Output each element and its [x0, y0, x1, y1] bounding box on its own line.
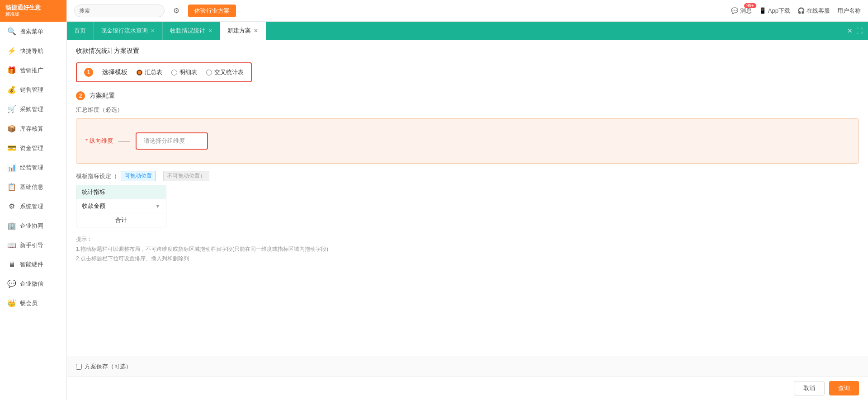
- sidebar-item-sales[interactable]: 💰销售管理: [0, 80, 66, 99]
- sidebar-item-smart-hw[interactable]: 🖥智能硬件: [0, 255, 66, 274]
- radio-detail-label: 明细表: [179, 68, 197, 76]
- dimension-selector[interactable]: 请选择分组维度: [136, 132, 208, 150]
- tip-intro: 提示：: [76, 235, 859, 245]
- service-item[interactable]: 🎧 在线客服: [797, 7, 830, 15]
- sidebar-item-basic-info[interactable]: 📋基础信息: [0, 177, 66, 197]
- sidebar-label-guide: 新手引导: [20, 241, 43, 249]
- dimension-arrow: ——: [118, 138, 130, 145]
- tab-new-plan[interactable]: 新建方案 ✕: [220, 22, 266, 40]
- sidebar-item-inventory[interactable]: 📦库存核算: [0, 119, 66, 138]
- header-right: 💬 消息 99+ 📱 App下载 🎧 在线客服 用户名称: [731, 7, 861, 15]
- radio-summary[interactable]: 汇总表: [137, 68, 162, 76]
- cancel-button[interactable]: 取消: [794, 381, 825, 395]
- sidebar-item-quick-nav[interactable]: ⚡快捷导航: [0, 41, 66, 61]
- query-button[interactable]: 查询: [829, 381, 859, 395]
- radio-cross[interactable]: 交叉统计表: [206, 68, 244, 76]
- gear-icon[interactable]: ⚙: [170, 5, 183, 17]
- stats-table-header: 统计指标: [76, 185, 166, 199]
- sidebar-icon-system: ⚙: [7, 202, 16, 211]
- notification-badge: 99+: [744, 3, 756, 8]
- sidebar-logo: 畅捷通好生意 标准版: [0, 0, 66, 22]
- tips-area: 提示： 1.拖动标题栏可以调整布局，不可跨维度或指标区域拖动栏目字段(只能在同一…: [76, 235, 859, 264]
- stats-table: 统计指标 收款金额 ▼ 合计: [76, 185, 166, 227]
- tab-home-label: 首页: [74, 27, 86, 35]
- sidebar-icon-member: 👑: [7, 299, 16, 307]
- sidebar-icon-wechat: 💬: [7, 279, 16, 288]
- sidebar-item-system[interactable]: ⚙系统管理: [0, 197, 66, 216]
- step1-header: 1 选择模板 汇总表 明细表 交叉统计表: [76, 62, 859, 82]
- sidebar-icon-sales: 💰: [7, 85, 16, 94]
- step2-number: 2: [76, 91, 85, 100]
- sidebar-label-business: 经营管理: [20, 164, 43, 172]
- radio-detail[interactable]: 明细表: [171, 68, 197, 76]
- sidebar-label-sales: 销售管理: [20, 86, 43, 94]
- sidebar-item-guide[interactable]: 📖新手引导: [0, 235, 66, 255]
- tag-not-draggable: 不可拖动位置）: [163, 171, 209, 181]
- sidebar-item-business[interactable]: 📊经营管理: [0, 158, 66, 177]
- sidebar-label-basic-info: 基础信息: [20, 183, 43, 191]
- close-window-icon[interactable]: ✕: [847, 27, 853, 34]
- main-area: ⚙ 体验行业方案 💬 消息 99+ 📱 App下载 🎧 在线客服 用户名称 首页: [67, 0, 868, 400]
- stats-total-row: 合计: [76, 213, 166, 227]
- radio-summary-label: 汇总表: [145, 68, 162, 76]
- step2-section: 2 方案配置 汇总维度（必选） * 纵向维度 —— 请选择分组维度: [76, 91, 859, 264]
- sidebar-label-marketing: 营销推广: [20, 66, 43, 75]
- radio-detail-input[interactable]: [171, 70, 177, 75]
- indicator-settings: 模板指标设定（ 可拖动位置 不可拖动位置） 统计指标 收款金额 ▼: [76, 171, 859, 227]
- close-icon[interactable]: ✕: [254, 28, 258, 34]
- dimension-title: 汇总维度（必选）: [76, 106, 859, 114]
- radio-cross-label: 交叉统计表: [214, 68, 244, 76]
- tab-collection-stats[interactable]: 收款情况统计 ✕: [163, 22, 220, 40]
- config-area: 汇总维度（必选） * 纵向维度 —— 请选择分组维度 模板指标设定（ 可拖动位置: [76, 106, 859, 264]
- sidebar-nav: 🔍搜索菜单⚡快捷导航🎁营销推广💰销售管理🛒采购管理📦库存核算💳资金管理📊经营管理…: [0, 22, 66, 400]
- sidebar-item-wechat[interactable]: 💬企业微信: [0, 274, 66, 293]
- metric-name: 收款金额: [82, 202, 105, 210]
- dimension-area: * 纵向维度 —— 请选择分组维度: [76, 118, 859, 164]
- tab-bank-query[interactable]: 现金银行流水查询 ✕: [94, 22, 163, 40]
- sidebar-label-quick-nav: 快捷导航: [20, 47, 43, 55]
- sidebar-label-company: 企业协同: [20, 222, 43, 230]
- sidebar-label-inventory: 库存核算: [20, 125, 43, 133]
- sidebar-label-member: 畅会员: [20, 299, 38, 307]
- close-icon[interactable]: ✕: [208, 28, 212, 34]
- message-icon: 💬: [731, 7, 738, 14]
- sidebar-icon-smart-hw: 🖥: [7, 260, 16, 268]
- sidebar-icon-finance: 💳: [7, 144, 16, 152]
- tag-draggable: 可拖动位置: [121, 171, 156, 181]
- expand-window-icon[interactable]: ⛶: [856, 27, 863, 34]
- username-display[interactable]: 用户名称: [837, 7, 861, 15]
- download-icon: 📱: [759, 7, 766, 14]
- edition-label: 标准版: [5, 11, 41, 18]
- tab-bar: 首页 现金银行流水查询 ✕ 收款情况统计 ✕ 新建方案 ✕ ✕ ⛶: [67, 22, 868, 40]
- dropdown-icon[interactable]: ▼: [155, 203, 160, 209]
- industry-button[interactable]: 体验行业方案: [188, 5, 236, 17]
- sidebar-item-search-menu[interactable]: 🔍搜索菜单: [0, 22, 66, 41]
- radio-cross-input[interactable]: [206, 70, 212, 75]
- footer-actions: 取消 查询: [67, 376, 868, 400]
- tab-home[interactable]: 首页: [67, 22, 94, 40]
- search-input[interactable]: [74, 5, 165, 17]
- step2-header: 2 方案配置: [76, 91, 859, 100]
- save-checkbox[interactable]: [76, 364, 82, 370]
- sidebar-item-finance[interactable]: 💳资金管理: [0, 138, 66, 158]
- save-option[interactable]: 方案保存（可选）: [76, 362, 859, 371]
- row-dimension-label: * 纵向维度: [85, 137, 113, 145]
- sidebar-icon-company: 🏢: [7, 221, 16, 230]
- sidebar-label-finance: 资金管理: [20, 144, 43, 152]
- tab-bar-right: ✕ ⛶: [847, 27, 868, 34]
- header-left: ⚙ 体验行业方案: [74, 5, 236, 17]
- sidebar-item-purchase[interactable]: 🛒采购管理: [0, 99, 66, 119]
- sidebar-item-member[interactable]: 👑畅会员: [0, 293, 66, 313]
- radio-summary-input[interactable]: [137, 70, 142, 75]
- download-item[interactable]: 📱 App下载: [759, 7, 790, 15]
- indicator-label: 模板指标设定（: [76, 172, 117, 180]
- sidebar-item-company[interactable]: 🏢企业协同: [0, 216, 66, 235]
- notification-item[interactable]: 💬 消息 99+: [731, 7, 752, 15]
- tip-1: 1.拖动标题栏可以调整布局，不可跨维度或指标区域拖动栏目字段(只能在同一维度或指…: [76, 245, 859, 254]
- logo-text: 畅捷通好生意: [5, 4, 41, 11]
- sidebar-item-marketing[interactable]: 🎁营销推广: [0, 61, 66, 80]
- tab-collection-label: 收款情况统计: [170, 27, 205, 35]
- close-icon[interactable]: ✕: [151, 28, 155, 34]
- sidebar-label-purchase: 采购管理: [20, 105, 43, 113]
- sidebar-label-search-menu: 搜索菜单: [20, 28, 43, 36]
